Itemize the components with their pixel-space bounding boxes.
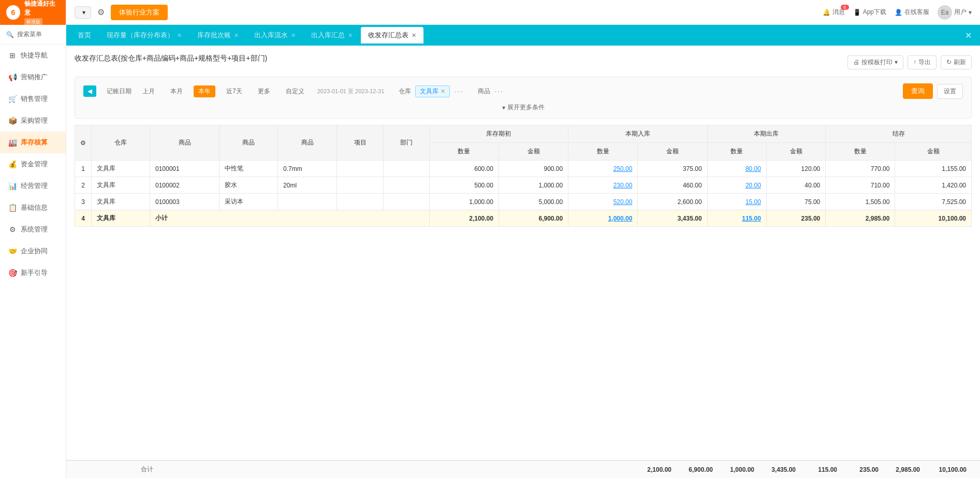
row-out-qty-link[interactable]: 80.00 bbox=[707, 161, 766, 177]
row-out-qty-link[interactable]: 20.00 bbox=[707, 177, 766, 194]
row-project bbox=[337, 177, 383, 194]
sidebar: 6 畅捷通好生意 标准版 🔍 搜索菜单 ⊞ 快捷导航 📢 营销推广 🛒 销售管理… bbox=[0, 0, 66, 478]
table-subtotal-row: 4 文具库 小计 2,100.00 6,900.00 1,000.00 3,43… bbox=[75, 210, 972, 227]
settings-small-button[interactable]: 设置 bbox=[937, 84, 963, 99]
online-service[interactable]: 👤 在线客服 bbox=[895, 8, 929, 17]
app-download[interactable]: 📱 App下载 bbox=[853, 8, 886, 17]
col-group-period-in: 本期入库 bbox=[568, 125, 707, 143]
tab-close-icon[interactable]: ✕ bbox=[234, 32, 239, 39]
row-product-code: 0100002 bbox=[150, 177, 219, 194]
sidebar-item-system[interactable]: ⚙ 系统管理 bbox=[0, 219, 66, 240]
tab-close-icon[interactable]: ✕ bbox=[412, 32, 416, 39]
purchase-icon: 📦 bbox=[8, 117, 17, 125]
guide-icon: 🎯 bbox=[8, 269, 17, 277]
table-settings-header[interactable]: ⚙ bbox=[75, 125, 92, 161]
footer-in-amt: 3,435.00 bbox=[759, 466, 801, 473]
system-selector[interactable]: ▾ bbox=[75, 6, 91, 19]
col-header-product-spec: 商品 bbox=[278, 125, 337, 161]
row-no: 2 bbox=[75, 177, 92, 194]
notification-badge: 6 bbox=[841, 5, 849, 10]
row-in-amt: 375.00 bbox=[638, 161, 707, 177]
date-btn-last-month[interactable]: 上月 bbox=[138, 85, 159, 97]
sidebar-item-label: 采购管理 bbox=[21, 116, 48, 125]
chevron-down-icon: ▾ bbox=[82, 9, 85, 16]
col-in-amt: 金额 bbox=[638, 143, 707, 161]
row-in-qty-link[interactable]: 520.00 bbox=[568, 194, 638, 210]
notification-bell[interactable]: 🔔 6 消息 bbox=[823, 8, 845, 17]
row-in-qty-link[interactable]: 250.00 bbox=[568, 161, 638, 177]
date-btn-this-month[interactable]: 本月 bbox=[166, 85, 187, 97]
refresh-button[interactable]: ↻ 刷新 bbox=[941, 55, 972, 69]
query-button[interactable]: 查询 bbox=[903, 83, 933, 99]
warehouse-tag-close-icon[interactable]: ✕ bbox=[441, 88, 445, 95]
row-warehouse: 文具库 bbox=[92, 177, 150, 194]
refresh-icon: ↻ bbox=[946, 59, 952, 66]
sidebar-item-finance[interactable]: 💰 资金管理 bbox=[0, 153, 66, 175]
tab-close-icon[interactable]: ✕ bbox=[177, 32, 182, 39]
tab-close-icon[interactable]: ✕ bbox=[291, 32, 296, 39]
tab-stock-dist[interactable]: 现存量（库存分布表） ✕ bbox=[99, 27, 189, 44]
date-btn-more[interactable]: 更多 bbox=[253, 85, 275, 97]
sidebar-item-label: 企业协同 bbox=[21, 247, 48, 256]
row-product-spec: 0.7mm bbox=[278, 161, 337, 177]
warehouse-more-dots[interactable]: ··· bbox=[454, 87, 463, 95]
tab-bar-close-icon[interactable]: ✕ bbox=[961, 31, 976, 40]
print-icon: 🖨 bbox=[853, 59, 859, 66]
tab-in-out-flow[interactable]: 出入库流水 ✕ bbox=[247, 27, 303, 44]
col-header-department: 部门 bbox=[383, 125, 429, 161]
col-header-product-name: 商品 bbox=[220, 125, 278, 161]
sidebar-item-marketing[interactable]: 📢 营销推广 bbox=[0, 66, 66, 88]
row-in-amt: 460.00 bbox=[638, 177, 707, 194]
filter-bar: ◀ 记账日期 上月 本月 本年 近7天 更多 自定义 2023-01-01 至 … bbox=[75, 77, 972, 119]
sidebar-item-purchase[interactable]: 📦 采购管理 bbox=[0, 110, 66, 132]
table-row: 1 文具库 0100001 中性笔 0.7mm 600.00 900.00 25… bbox=[75, 161, 972, 177]
expand-more-button[interactable]: ▾ 展开更多条件 bbox=[83, 103, 963, 112]
col-group-closing: 结存 bbox=[826, 125, 972, 143]
product-more-dots[interactable]: ··· bbox=[494, 87, 504, 95]
sidebar-item-operations[interactable]: 📊 经营管理 bbox=[0, 175, 66, 197]
expand-icon: ▾ bbox=[502, 104, 505, 111]
sidebar-item-enterprise[interactable]: 🤝 企业协同 bbox=[0, 240, 66, 262]
row-closing-qty: 770.00 bbox=[826, 161, 895, 177]
content-area: 收发存汇总表(按仓库+商品编码+商品+规格型号+项目+部门) 🖨 按模板打印 ▾… bbox=[66, 46, 980, 478]
subtotal-in-qty[interactable]: 1,000.00 bbox=[568, 210, 638, 227]
footer-in-qty: 1,000.00 bbox=[718, 466, 759, 473]
print-button[interactable]: 🖨 按模板打印 ▾ bbox=[847, 55, 903, 69]
inventory-icon: 🏭 bbox=[8, 138, 17, 147]
row-opening-qty: 500.00 bbox=[429, 177, 499, 194]
tab-in-out-summary[interactable]: 出入库汇总 ✕ bbox=[304, 27, 360, 44]
tab-home[interactable]: 首页 bbox=[70, 27, 98, 44]
experience-button[interactable]: 体验行业方案 bbox=[111, 5, 168, 20]
sidebar-item-label: 快捷导航 bbox=[21, 51, 48, 60]
sidebar-item-label: 系统管理 bbox=[21, 225, 48, 234]
tab-receive-summary[interactable]: 收发存汇总表 ✕ bbox=[361, 27, 423, 44]
footer-out-amt: 235.00 bbox=[842, 466, 884, 473]
user-menu[interactable]: Ea 用户 ▾ bbox=[938, 5, 972, 20]
row-closing-amt: 7,525.00 bbox=[895, 194, 972, 210]
sidebar-item-quick-nav[interactable]: ⊞ 快捷导航 bbox=[0, 45, 66, 66]
row-product-spec bbox=[278, 194, 337, 210]
bell-icon: 🔔 bbox=[823, 9, 830, 16]
sidebar-item-inventory[interactable]: 🏭 库存核算 bbox=[0, 132, 66, 153]
sidebar-search[interactable]: 🔍 搜索菜单 bbox=[0, 25, 66, 45]
date-btn-custom[interactable]: 自定义 bbox=[281, 85, 309, 97]
row-out-qty-link[interactable]: 15.00 bbox=[707, 194, 766, 210]
filter-expand-button[interactable]: ◀ bbox=[83, 85, 96, 97]
warehouse-tag[interactable]: 文具库 ✕ bbox=[415, 85, 450, 97]
subtotal-out-amt: 235.00 bbox=[766, 210, 825, 227]
col-header-warehouse: 仓库 bbox=[92, 125, 150, 161]
date-btn-7days[interactable]: 近7天 bbox=[222, 85, 247, 97]
tab-batch[interactable]: 库存批次账 ✕ bbox=[190, 27, 246, 44]
sidebar-item-guide[interactable]: 🎯 新手引导 bbox=[0, 262, 66, 284]
tab-close-icon[interactable]: ✕ bbox=[348, 32, 353, 39]
col-header-product-code: 商品 bbox=[150, 125, 219, 161]
sidebar-item-basic[interactable]: 📋 基础信息 bbox=[0, 197, 66, 219]
sidebar-item-label: 资金管理 bbox=[21, 160, 48, 169]
quick-nav-icon: ⊞ bbox=[8, 51, 17, 60]
settings-icon[interactable]: ⚙ bbox=[97, 7, 105, 17]
row-in-qty-link[interactable]: 230.00 bbox=[568, 177, 638, 194]
date-btn-this-year[interactable]: 本年 bbox=[194, 85, 215, 97]
sidebar-item-sales[interactable]: 🛒 销售管理 bbox=[0, 88, 66, 110]
subtotal-out-qty[interactable]: 115.00 bbox=[707, 210, 766, 227]
export-button[interactable]: ↑ 导出 bbox=[908, 55, 937, 69]
